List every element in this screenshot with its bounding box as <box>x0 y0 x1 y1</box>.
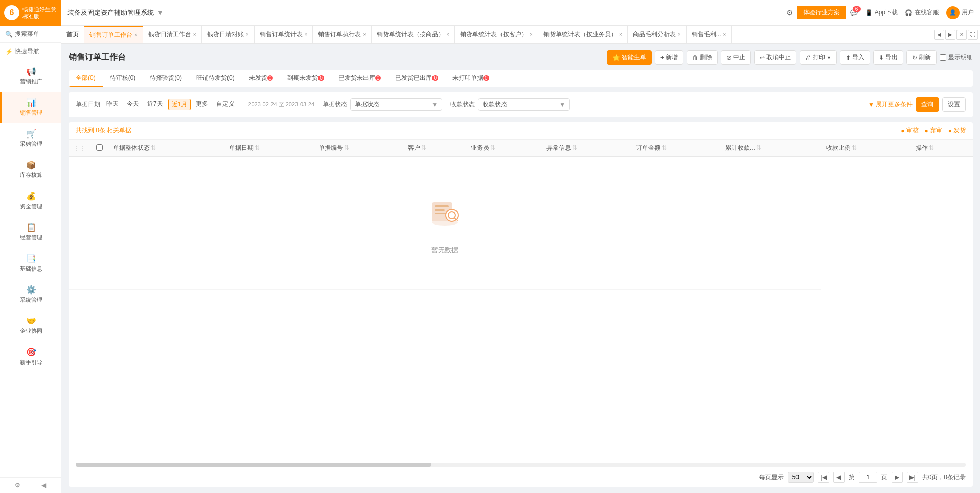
sidebar-item-guide[interactable]: 🎯新手引导 <box>0 341 61 372</box>
filter-tab-all[interactable]: 全部(0) <box>69 70 103 87</box>
tab-sales-workbench[interactable]: 销售订单工作台× <box>84 26 143 44</box>
scroll-thumb[interactable] <box>76 463 431 467</box>
sort-icon-collected[interactable]: ⇅ <box>756 144 761 151</box>
col-checkbox[interactable] <box>91 140 108 157</box>
sidebar-item-basic[interactable]: 📑基础信息 <box>0 248 61 279</box>
industry-btn[interactable]: 体验行业方案 <box>797 6 846 19</box>
filter-tab-expired-unshipped[interactable]: 到期未发货0 <box>280 70 331 87</box>
page-next-btn[interactable]: ▶ <box>892 472 903 483</box>
tab-close-sales-exec[interactable]: × <box>363 32 366 37</box>
tab-close-sales-by-customer[interactable]: × <box>530 32 533 37</box>
tab-sales-stats[interactable]: 销售订单统计表× <box>255 26 313 44</box>
app-download[interactable]: 📱 App下载 <box>865 8 898 17</box>
sidebar-item-marketing[interactable]: 📢营销推广 <box>0 60 61 92</box>
sidebar-item-operations[interactable]: 📋经营管理 <box>0 216 61 248</box>
sidebar-search[interactable]: 🔍 搜索菜单 <box>0 26 61 43</box>
online-service[interactable]: 🎧 在线客服 <box>905 8 939 17</box>
tab-close-sales-more[interactable]: × <box>723 32 726 37</box>
date-opt-近7天[interactable]: 近7天 <box>144 99 166 110</box>
filter-tab-not-shipped[interactable]: 未发货0 <box>242 70 281 87</box>
quick-nav[interactable]: ⚡ 快捷导航 <box>0 43 61 60</box>
filter-tab-pending[interactable]: 待审核(0) <box>103 70 143 87</box>
query-btn[interactable]: 查询 <box>916 97 939 112</box>
status-select[interactable]: 单据状态 ▼ <box>350 98 442 111</box>
sort-icon-date[interactable]: ⇅ <box>255 144 260 151</box>
date-opt-自定义[interactable]: 自定义 <box>213 99 238 110</box>
date-opt-更多[interactable]: 更多 <box>193 99 211 110</box>
add-btn[interactable]: + 新增 <box>655 50 683 65</box>
tab-sales-by-staff[interactable]: 销货单统计表（按业务员）× <box>538 26 628 44</box>
sort-icon-ratio[interactable]: ⇅ <box>852 144 857 151</box>
tab-close-gross-margin[interactable]: × <box>678 32 681 37</box>
tab-sales-more[interactable]: 销售毛利...× <box>687 26 732 44</box>
tab-close-cash-daily[interactable]: × <box>193 32 196 37</box>
filter-tab-shipped-not-out[interactable]: 已发货未出库0 <box>331 70 389 87</box>
tab-close-sales-workbench[interactable]: × <box>134 32 138 38</box>
delete-btn[interactable]: 🗑 删除 <box>687 50 718 65</box>
show-detail-checkbox[interactable]: 显示明细 <box>940 53 973 62</box>
sort-icon-exception[interactable]: ⇅ <box>572 144 577 151</box>
ship-link[interactable]: ● 发货 <box>948 126 966 135</box>
select-all-checkbox[interactable] <box>96 144 103 151</box>
smart-create-btn[interactable]: ⭐ 智能生单 <box>607 50 652 65</box>
sort-icon-action[interactable]: ⇅ <box>929 144 934 151</box>
pause-btn[interactable]: ⊘ 中止 <box>721 50 751 65</box>
filter-tab-shipped-out[interactable]: 已发货已出库0 <box>388 70 445 87</box>
sidebar-item-finance[interactable]: 💰资金管理 <box>0 185 61 216</box>
filter-tab-pending-inspect[interactable]: 待择验货(0) <box>143 70 189 87</box>
gear-icon[interactable]: ⚙ <box>786 8 793 17</box>
tab-cash-reconcile[interactable]: 钱货日清对账× <box>202 26 255 44</box>
sort-icon-number[interactable]: ⇅ <box>344 144 349 151</box>
tab-close-sales-stats[interactable]: × <box>305 32 308 37</box>
cancel-pause-btn[interactable]: ↩ 取消中止 <box>754 50 796 65</box>
tab-sales-by-product[interactable]: 销货单统计表（按商品）× <box>372 26 455 44</box>
page-input[interactable] <box>859 472 877 483</box>
tab-sales-by-customer[interactable]: 销货单统计表（按客户）× <box>455 26 538 44</box>
filter-tab-unprinted[interactable]: 未打印单据0 <box>445 70 496 87</box>
tab-close-sales-by-product[interactable]: × <box>446 32 449 37</box>
tab-sales-exec[interactable]: 销售订单执行表× <box>313 26 372 44</box>
tab-close-sales-by-staff[interactable]: × <box>619 32 622 37</box>
tab-close-cash-reconcile[interactable]: × <box>246 32 249 37</box>
tab-close-all-btn[interactable]: ✕ <box>956 30 967 40</box>
sort-icon-status[interactable]: ⇅ <box>151 144 156 151</box>
page-size-select[interactable]: 10 20 50 100 <box>788 472 814 483</box>
date-opt-昨天[interactable]: 昨天 <box>103 99 122 110</box>
filter-tab-wangpu-ship[interactable]: 旺铺待发货(0) <box>189 70 242 87</box>
show-detail-input[interactable] <box>940 54 946 61</box>
dropdown-icon[interactable]: ▼ <box>157 9 164 16</box>
page-first-btn[interactable]: |◀ <box>818 472 829 483</box>
date-opt-今天[interactable]: 今天 <box>124 99 142 110</box>
sidebar-item-system[interactable]: ⚙️系统管理 <box>0 279 61 310</box>
page-prev-btn[interactable]: ◀ <box>833 472 845 483</box>
sidebar-item-purchase[interactable]: 🛒采购管理 <box>0 123 61 154</box>
audit-link[interactable]: ● 审核 <box>901 126 918 135</box>
export-btn[interactable]: ⬇ 导出 <box>873 50 903 65</box>
tab-maximize-btn[interactable]: ⛶ <box>968 30 978 40</box>
sort-icon-amount[interactable]: ⇅ <box>662 144 667 151</box>
message-icon[interactable]: 💬 6 <box>850 9 858 16</box>
sidebar-item-inventory[interactable]: 📦库存核算 <box>0 154 61 185</box>
payment-select[interactable]: 收款状态 ▼ <box>478 98 570 111</box>
settings-icon[interactable]: ⚙ <box>15 482 20 489</box>
user-menu[interactable]: 👤 用户 <box>946 6 974 19</box>
sidebar-item-enterprise[interactable]: 🤝企业协同 <box>0 310 61 341</box>
print-btn[interactable]: 🖨 打印 ▼ <box>800 50 837 65</box>
collapse-icon[interactable]: ◀ <box>41 482 46 489</box>
unaudit-link[interactable]: ● 弃审 <box>925 126 942 135</box>
tab-gross-margin[interactable]: 商品毛利分析表× <box>628 26 687 44</box>
page-last-btn[interactable]: ▶| <box>907 472 918 483</box>
refresh-btn[interactable]: ↻ 刷新 <box>906 50 937 65</box>
horizontal-scrollbar[interactable] <box>76 463 966 467</box>
date-opt-近1月[interactable]: 近1月 <box>168 99 191 110</box>
sort-icon-staff[interactable]: ⇅ <box>490 144 495 151</box>
sort-icon-customer[interactable]: ⇅ <box>421 144 426 151</box>
sidebar-item-sales[interactable]: 📊销售管理 <box>0 92 61 123</box>
tab-home[interactable]: 首页 <box>61 26 84 44</box>
tab-prev-btn[interactable]: ◀ <box>934 30 944 40</box>
import-btn[interactable]: ⬆ 导入 <box>840 50 870 65</box>
expand-conditions-btn[interactable]: ▼ 展开更多条件 <box>868 100 913 109</box>
setting-btn[interactable]: 设置 <box>942 97 966 112</box>
tab-next-btn[interactable]: ▶ <box>945 30 955 40</box>
tab-cash-daily[interactable]: 钱货日清工作台× <box>143 26 202 44</box>
